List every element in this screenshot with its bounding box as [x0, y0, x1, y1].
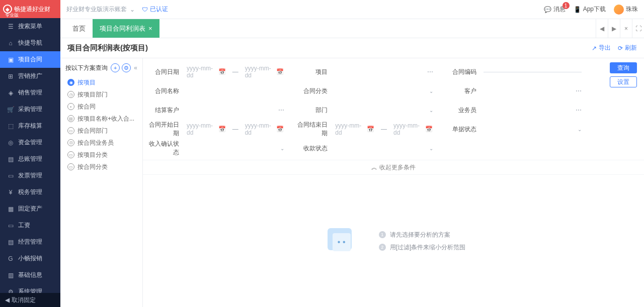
empty-state: • • 1请先选择要分析的方案 2用[过滤]条件来缩小分析范围	[143, 175, 644, 307]
label-bill-status: 单据状态	[444, 125, 480, 134]
tab-next-button[interactable]: ▶	[608, 19, 620, 38]
nav-item-ops[interactable]: ▤经营管理	[0, 234, 60, 250]
contract-name-input[interactable]	[183, 84, 287, 97]
empty-illustration: • •	[321, 221, 367, 261]
box-icon: ⬚	[7, 123, 14, 130]
action-buttons: 查询 设置	[610, 62, 637, 87]
scheme-item[interactable]: ▭按项目分类	[60, 149, 142, 161]
folder-icon: ▭	[67, 151, 74, 158]
refresh-button[interactable]: ⟳刷新	[618, 44, 637, 52]
nav-item-marketing[interactable]: ⊞营销推广	[0, 68, 60, 84]
nav-item-search[interactable]: ☰搜索菜单	[0, 18, 60, 35]
fullscreen-button[interactable]: ⛶	[632, 19, 644, 38]
info-icon: ▥	[7, 272, 14, 279]
end-date-from[interactable]: yyyy-mm-dd📅	[332, 123, 378, 136]
more-icon: ⋯	[278, 107, 284, 114]
add-scheme-button[interactable]: +	[111, 63, 120, 72]
label-collect-status: 收款状态	[295, 144, 332, 153]
message-button[interactable]: 💬 消息 1	[544, 5, 566, 14]
chevron-down-icon: ⌄	[280, 146, 284, 151]
calendar-icon: 📅	[367, 126, 374, 133]
contract-date-to[interactable]: yyyy-mm-dd📅	[242, 65, 288, 78]
export-icon: ↗	[592, 45, 597, 52]
cart-icon: 🛒	[7, 106, 14, 113]
filter-grid: 合同日期 yyyy-mm-dd📅 — yyyy-mm-dd📅 项目 ⋯	[143, 58, 644, 158]
label-end-date: 合同结束日期	[295, 121, 332, 138]
chevron-down-icon: ⌄	[130, 6, 135, 13]
nav-item-inventory[interactable]: ⬚库存核算	[0, 118, 60, 134]
more-icon: ⋯	[576, 87, 582, 94]
scheme-item[interactable]: ▭按合同分类	[60, 161, 142, 173]
nav-item-invoice[interactable]: ▭发票管理	[0, 167, 60, 184]
reimburse-icon: G	[7, 255, 14, 262]
calendar-icon: 📅	[218, 126, 226, 133]
download-button[interactable]: 📱 App下载	[574, 5, 606, 14]
nav-item-expense[interactable]: G小畅报销	[0, 250, 60, 267]
contract-cat-select[interactable]: ⌄	[332, 84, 436, 97]
scheme-item[interactable]: ⊡按合同业务员	[60, 137, 142, 149]
certified-badge: 🛡 已认证	[142, 5, 168, 14]
nav-item-purchase[interactable]: 🛒采购管理	[0, 101, 60, 118]
nav-item-quick[interactable]: ⌂快捷导航	[0, 35, 60, 51]
customer-select[interactable]: ⋯	[480, 84, 585, 97]
org-selector[interactable]: 好业财专业版演示账套 ⌄	[66, 5, 135, 14]
chart-icon: ▤	[7, 239, 14, 246]
nav-item-basic[interactable]: ▥基础信息	[0, 267, 60, 283]
filters-area: 查询 设置 合同日期 yyyy-mm-dd📅 — yyyy-mm-dd📅	[143, 58, 644, 307]
label-department: 部门	[295, 106, 332, 115]
scheme-item[interactable]: ▪按合同	[60, 100, 142, 113]
scheme-item[interactable]: ▤按项目名称+收入合...	[60, 113, 142, 125]
unpin-button[interactable]: ◀ 取消固定	[0, 293, 60, 307]
scheme-item[interactable]: ◷按项目部门	[60, 88, 142, 100]
nav-item-salary[interactable]: ▭工资	[0, 217, 60, 234]
scheme-item[interactable]: ◉按项目	[60, 76, 142, 88]
wallet-icon: ▭	[7, 222, 14, 229]
user-menu[interactable]: 珠珠	[614, 5, 638, 15]
tab-home[interactable]: 首页	[65, 19, 93, 38]
collapse-panel-icon[interactable]: «	[134, 64, 137, 71]
contract-no-input[interactable]	[480, 65, 585, 78]
person-icon: ⊡	[67, 139, 74, 146]
app-root: ◆ 畅捷通好业财 专业版 ☰搜索菜单 ⌂快捷导航 ▣项目合同 ⊞营销推广 ◈销售…	[0, 0, 644, 307]
settings-button[interactable]: 设置	[610, 76, 637, 87]
scheme-panel: 按以下方案查询 + ⚙ « ◉按项目 ◷按项目部门 ▪按合同 ▤按项目名称+收入…	[60, 58, 143, 307]
scheme-item[interactable]: ▭按合同部门	[60, 125, 142, 137]
tab-prev-button[interactable]: ◀	[596, 19, 608, 38]
nav-item-ledger[interactable]: ▤总账管理	[0, 151, 60, 167]
tab-close-all-button[interactable]: ×	[620, 19, 632, 38]
collect-status-select[interactable]: ⌄	[332, 142, 436, 155]
start-date-to[interactable]: yyyy-mm-dd📅	[242, 123, 288, 136]
brand-bar: ◆ 畅捷通好业财 专业版	[0, 0, 60, 18]
nav-item-project-contract[interactable]: ▣项目合同	[0, 51, 60, 68]
end-date-to[interactable]: yyyy-mm-dd📅	[390, 123, 436, 136]
more-icon: ⋯	[427, 68, 433, 75]
salesman-select[interactable]: ⋯	[480, 104, 585, 117]
tabs-row: 首页 项目合同利润表 × ◀ ▶ × ⛶	[60, 19, 644, 38]
income-status-select[interactable]: ⌄	[183, 142, 287, 155]
export-button[interactable]: ↗导出	[592, 44, 611, 52]
collapse-filters-button[interactable]: ︽ 收起更多条件	[143, 160, 644, 175]
project-select[interactable]: ⋯	[332, 65, 436, 78]
bill-status-select[interactable]: ⌄	[480, 123, 585, 136]
nav-item-sales[interactable]: ◈销售管理	[0, 84, 60, 101]
settle-customer-select[interactable]: ⋯	[183, 104, 287, 117]
label-contract-name: 合同名称	[147, 87, 183, 95]
book-icon: ▤	[7, 156, 14, 163]
message-count-badge: 1	[562, 2, 570, 9]
query-button[interactable]: 查询	[610, 62, 637, 73]
close-tab-icon[interactable]: ×	[148, 25, 152, 32]
scheme-settings-button[interactable]: ⚙	[122, 63, 131, 72]
nav-item-funds[interactable]: ◎资金管理	[0, 134, 60, 151]
nav-item-assets[interactable]: ▦固定资产	[0, 200, 60, 217]
tab-report[interactable]: 项目合同利润表 ×	[93, 19, 159, 38]
label-customer: 客户	[444, 87, 480, 95]
nav-item-system[interactable]: ⚙系统管理	[0, 283, 60, 293]
topbar-right: 💬 消息 1 📱 App下载 珠珠	[544, 5, 638, 15]
folder-icon: ▭	[67, 163, 74, 170]
start-date-from[interactable]: yyyy-mm-dd📅	[183, 123, 229, 136]
content: 按以下方案查询 + ⚙ « ◉按项目 ◷按项目部门 ▪按合同 ▤按项目名称+收入…	[60, 58, 644, 307]
department-select[interactable]: ⌄	[332, 104, 436, 117]
contract-date-from[interactable]: yyyy-mm-dd📅	[183, 65, 229, 78]
dept-icon: ▭	[67, 127, 74, 134]
nav-item-tax[interactable]: ¥税务管理	[0, 184, 60, 200]
